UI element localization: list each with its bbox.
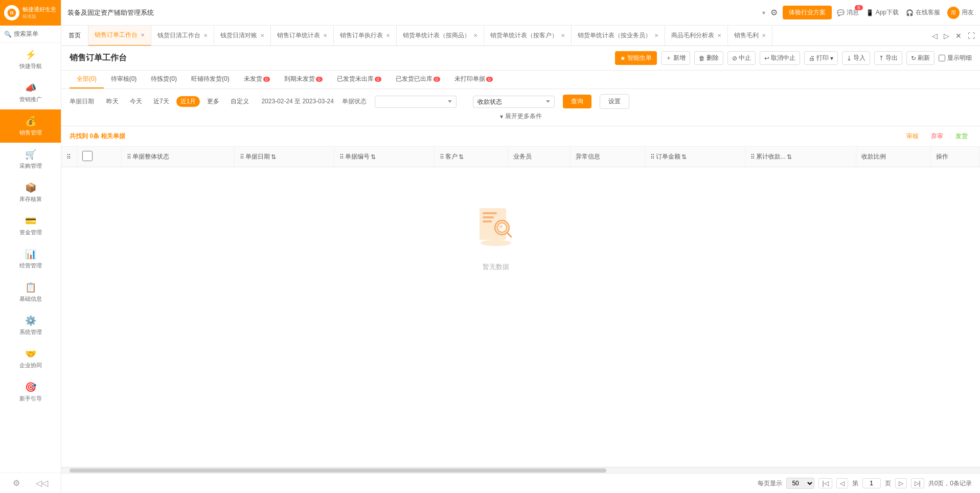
smart-create-button[interactable]: ★ 智能生单 — [615, 51, 657, 65]
tab-sales-stats-product-close[interactable]: ✕ — [473, 33, 477, 38]
first-page-button[interactable]: |◁ — [818, 478, 832, 488]
tab-reconcile[interactable]: 钱货日清对账 ✕ — [214, 26, 271, 46]
horizontal-scrollbar[interactable] — [61, 467, 980, 473]
tab-gross-profit[interactable]: 商品毛利分析表 ✕ — [665, 26, 728, 46]
tab-sales-stats-product[interactable]: 销货单统计表（按商品） ✕ — [397, 26, 484, 46]
prev-page-button[interactable]: ◁ — [836, 478, 848, 488]
subtab-shipped-out[interactable]: 已发货已出库0 — [389, 71, 447, 88]
scrollbar-thumb[interactable] — [70, 468, 606, 473]
query-button[interactable]: 查询 — [563, 95, 591, 108]
date-more[interactable]: 更多 — [203, 96, 223, 107]
select-all-checkbox[interactable] — [82, 151, 93, 161]
ship-button[interactable]: 发货 — [951, 130, 972, 142]
subtab-not-printed[interactable]: 未打印单据0 — [447, 71, 500, 88]
subtab-pending-pick[interactable]: 待拣货(0) — [144, 71, 184, 88]
date-1month[interactable]: 近1月 — [176, 96, 200, 107]
date-yesterday[interactable]: 昨天 — [102, 96, 123, 107]
app-download-button[interactable]: 📱 App下载 — [866, 8, 899, 17]
cancel-stop-button[interactable]: ↩ 取消中止 — [760, 51, 800, 65]
th-customer: ⠿ 客户 ⇅ — [434, 147, 508, 167]
tab-daily-clear[interactable]: 钱货日清工作台 ✕ — [151, 26, 214, 46]
sidebar-item-system[interactable]: ⚙️ 系统管理 — [0, 309, 61, 342]
sort-status[interactable]: ⠿ 单据整体状态 — [127, 152, 229, 161]
tab-sales-gross[interactable]: 销售毛利 ✕ — [728, 26, 772, 46]
tab-prev-button[interactable]: ◁ — [930, 31, 940, 41]
topbar-arrow-icon[interactable]: ▾ — [762, 9, 765, 16]
sort-amount[interactable]: ⠿ 订单金额 ⇅ — [650, 152, 740, 161]
print-button[interactable]: 🖨 打印 ▾ — [804, 51, 838, 65]
status-select[interactable] — [375, 96, 457, 108]
detail-checkbox[interactable] — [939, 55, 945, 61]
tab-sales-stats-staff[interactable]: 销货单统计表（按业务员） ✕ — [572, 26, 665, 46]
date-today[interactable]: 今天 — [126, 96, 146, 107]
subtab-shipped-not-out[interactable]: 已发货未出库0 — [330, 71, 389, 88]
import-button[interactable]: ⤓ 导入 — [842, 51, 870, 65]
sort-cumulative[interactable]: ⠿ 累计收款... ⇅ — [750, 152, 851, 161]
sort-ratio[interactable]: 收款比例 — [861, 152, 926, 161]
tab-order-stats-close[interactable]: ✕ — [323, 33, 327, 38]
payment-status-select[interactable]: 收款状态 — [473, 96, 555, 108]
delete-button[interactable]: 🗑 删除 — [694, 51, 723, 65]
tab-gross-profit-close[interactable]: ✕ — [717, 33, 721, 38]
subtab-all[interactable]: 全部(0) — [70, 71, 104, 88]
sidebar-item-quick-nav[interactable]: ⚡ 快捷导航 — [0, 43, 61, 76]
settings-icon[interactable]: ⚙ — [13, 478, 20, 488]
set-button[interactable]: 设置 — [600, 94, 629, 109]
date-7days[interactable]: 近7天 — [149, 96, 173, 107]
subtab-not-shipped[interactable]: 未发货0 — [237, 71, 277, 88]
next-page-button[interactable]: ▷ — [895, 478, 907, 488]
page-input[interactable] — [862, 478, 881, 488]
sidebar-item-purchase[interactable]: 🛒 采购管理 — [0, 143, 61, 176]
subtab-pending-audit[interactable]: 待审核(0) — [104, 71, 144, 88]
tab-reconcile-close[interactable]: ✕ — [260, 33, 264, 38]
tab-sales-stats-staff-close[interactable]: ✕ — [654, 33, 658, 38]
add-button[interactable]: ＋ 新增 — [661, 51, 690, 65]
subtab-wangpu-ship[interactable]: 旺铺待发货(0) — [184, 71, 237, 88]
tab-sales-stats-customer[interactable]: 销货单统计表（按客户） ✕ — [484, 26, 572, 46]
refresh-button[interactable]: ↻ 刷新 — [906, 51, 935, 65]
stop-button[interactable]: ⊘ 中止 — [727, 51, 756, 65]
sort-staff[interactable]: 业务员 — [513, 152, 564, 161]
tab-sales-gross-close[interactable]: ✕ — [762, 33, 766, 38]
sort-customer[interactable]: ⠿ 客户 ⇅ — [440, 152, 503, 161]
tab-sales-workbench-close[interactable]: ✕ — [141, 32, 145, 38]
tab-fullscreen-button[interactable]: ⛶ — [966, 31, 977, 41]
sort-number[interactable]: ⠿ 单据编号 ⇅ — [339, 152, 429, 161]
online-service-button[interactable]: 🎧 在线客服 — [906, 8, 940, 17]
detail-toggle[interactable]: 显示明细 — [939, 54, 972, 62]
sidebar-item-base-info[interactable]: 📋 基础信息 — [0, 276, 61, 309]
sidebar-search[interactable]: 🔍 搜索菜单 — [0, 26, 61, 43]
cancel-audit-button[interactable]: 弃审 — [927, 130, 947, 142]
topbar-gear-icon[interactable]: ⚙ — [770, 8, 778, 17]
last-page-button[interactable]: ▷| — [911, 478, 924, 488]
sidebar-item-finance[interactable]: 💳 资金管理 — [0, 209, 61, 242]
sort-date[interactable]: ⠿ 单据日期 ⇅ — [240, 152, 329, 161]
industry-solution-button[interactable]: 体验行业方案 — [783, 6, 832, 19]
tab-home[interactable]: 首页 — [61, 26, 88, 46]
tab-daily-clear-close[interactable]: ✕ — [203, 33, 208, 38]
sidebar-item-marketing[interactable]: 📣 营销推广 — [0, 76, 61, 109]
audit-button[interactable]: 审核 — [902, 130, 923, 142]
tab-order-stats[interactable]: 销售订单统计表 ✕ — [271, 26, 334, 46]
tab-next-button[interactable]: ▷ — [942, 31, 951, 41]
sidebar-item-new-guide[interactable]: 🎯 新手引导 — [0, 375, 61, 409]
sort-abnormal[interactable]: 异常信息 — [576, 152, 640, 161]
table-scroll-container[interactable]: ⠿ ⠿ 单据整体状态 — [61, 147, 980, 467]
user-menu-button[interactable]: 用 用友 — [947, 7, 974, 19]
export-button[interactable]: ⤒ 导出 — [874, 51, 902, 65]
date-custom[interactable]: 自定义 — [226, 96, 253, 107]
sidebar-item-enterprise[interactable]: 🤝 企业协同 — [0, 342, 61, 375]
tab-order-exec[interactable]: 销售订单执行表 ✕ — [334, 26, 397, 46]
tab-order-exec-close[interactable]: ✕ — [386, 33, 390, 38]
tab-close-all-button[interactable]: ✕ — [953, 31, 964, 41]
per-page-select[interactable]: 50 10 20 100 — [786, 478, 814, 489]
tab-sales-stats-customer-close[interactable]: ✕ — [561, 33, 565, 38]
message-button[interactable]: 💬 消息 6 — [837, 8, 859, 17]
sidebar-item-sales[interactable]: 💰 销售管理 — [0, 109, 61, 143]
tab-sales-workbench[interactable]: 销售订单工作台 ✕ — [88, 26, 151, 46]
sidebar-item-inventory[interactable]: 📦 库存核算 — [0, 176, 61, 209]
sidebar-item-operations[interactable]: 📊 经营管理 — [0, 242, 61, 276]
collapse-icon[interactable]: ◁◁ — [36, 478, 48, 488]
subtab-overdue-not-shipped[interactable]: 到期未发货0 — [277, 71, 330, 88]
expand-filter-button[interactable]: ▾ 展开更多条件 — [70, 112, 972, 121]
